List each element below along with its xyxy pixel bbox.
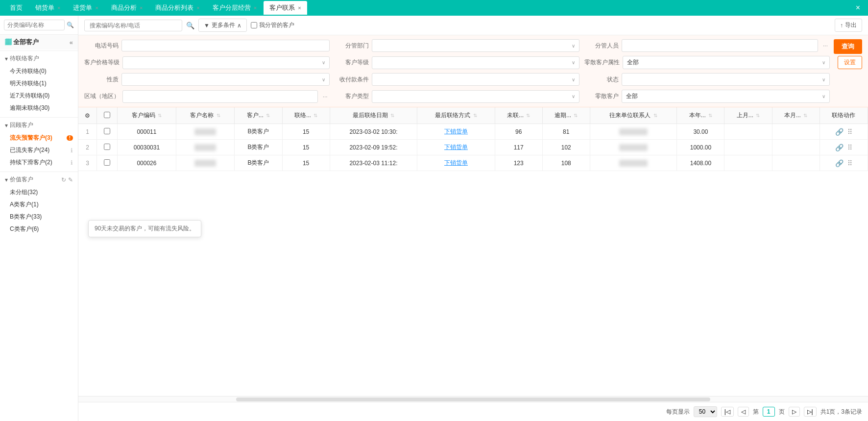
customer-type-select[interactable]: ∨	[372, 90, 580, 103]
tab-sales[interactable]: 销货单 ×	[29, 1, 66, 15]
sidebar-item-ungroup[interactable]: 未分组(32)	[0, 186, 78, 198]
settings-button[interactable]: 设置	[838, 56, 862, 69]
per-page-select[interactable]: 50	[694, 406, 717, 417]
lost-section-label[interactable]: ▾ 回顾客户	[0, 119, 78, 132]
col-uncontacted[interactable]: 未联... ⇅	[495, 107, 542, 124]
col-contact[interactable]: 联络... ⇅	[282, 107, 330, 124]
manager-select[interactable]	[622, 39, 818, 52]
tab-customer-tier[interactable]: 客户分层经营 ×	[207, 1, 263, 15]
nature-select[interactable]: ∨	[121, 73, 330, 86]
tab-analysis-close[interactable]: ×	[140, 5, 143, 11]
filter-search-input[interactable]	[84, 20, 182, 31]
sort-contacts-icon[interactable]: ⇅	[653, 113, 657, 118]
col-overdue[interactable]: 逾期... ⇅	[542, 107, 590, 124]
sort-last-month-icon[interactable]: ⇅	[756, 113, 760, 118]
sidebar-search-input[interactable]	[4, 20, 65, 30]
row1-checkbox[interactable]	[104, 128, 110, 134]
close-all-button[interactable]: ×	[852, 1, 864, 14]
sort-this-year-icon[interactable]: ⇅	[708, 113, 712, 118]
tab-analysis-list[interactable]: 商品分析列表 ×	[149, 1, 205, 15]
tab-analysis-list-close[interactable]: ×	[196, 5, 199, 11]
sort-uncontacted-icon[interactable]: ⇅	[526, 113, 530, 118]
col-last-month[interactable]: 上月... ⇅	[724, 107, 772, 124]
query-button[interactable]: 查询	[834, 39, 862, 54]
row3-action-link-icon[interactable]: 🔗	[835, 159, 844, 167]
export-button[interactable]: ↑ 导出	[835, 19, 862, 32]
tab-customer-contact-close[interactable]: ×	[298, 5, 301, 11]
sort-contact-icon[interactable]: ⇅	[313, 113, 317, 118]
more-conditions-button[interactable]: ▼ 更多条件 ∧	[198, 19, 247, 32]
col-code[interactable]: 客户编码 ⇅	[118, 107, 176, 124]
sort-this-month-icon[interactable]: ⇅	[803, 113, 807, 118]
region-select[interactable]	[122, 90, 318, 103]
scrollbar[interactable]	[78, 396, 868, 402]
pending-section-label[interactable]: ▾ 待联络客户	[0, 52, 78, 65]
row2-last-method[interactable]: 下销货单	[417, 140, 495, 155]
prev-page-button[interactable]: ◁	[738, 407, 749, 417]
sort-name-icon[interactable]: ⇅	[217, 113, 220, 118]
next-page-button[interactable]: ▷	[789, 407, 800, 417]
my-customers-checkbox-row[interactable]: 我分管的客户	[251, 21, 294, 29]
sort-level-icon[interactable]: ⇅	[266, 113, 270, 118]
sidebar-item-today[interactable]: 今天待联络(0)	[0, 65, 78, 77]
value-refresh-icon[interactable]: ↻	[61, 176, 66, 183]
sidebar-item-churn-warning[interactable]: 流失预警客户(3) !	[0, 132, 78, 144]
col-last-method[interactable]: 最后联络方式 ⇅	[417, 107, 495, 124]
row3-action-more-icon[interactable]: ⠿	[847, 159, 852, 167]
sidebar-item-c-class[interactable]: C类客户(6)	[0, 223, 78, 235]
last-page-button[interactable]: ▷|	[804, 407, 817, 417]
department-select[interactable]: ∨	[372, 39, 580, 52]
sort-code-icon[interactable]: ⇅	[158, 113, 162, 118]
phone-input[interactable]	[121, 40, 330, 51]
tab-purchase-close[interactable]: ×	[95, 5, 98, 11]
sort-last-date-icon[interactable]: ⇅	[390, 113, 394, 118]
search-button[interactable]: 🔍	[186, 22, 194, 29]
sidebar-item-b-class[interactable]: B类客户(33)	[0, 211, 78, 223]
manager-more-icon[interactable]: ···	[821, 42, 830, 49]
sort-last-method-icon[interactable]: ⇅	[473, 113, 477, 118]
col-name[interactable]: 客户名称 ⇅	[176, 107, 235, 124]
sidebar-item-declining[interactable]: 持续下滑客户(2) ℹ	[0, 156, 78, 169]
col-level[interactable]: 客户... ⇅	[235, 107, 282, 124]
my-customers-checkbox[interactable]	[251, 22, 257, 28]
tab-analysis[interactable]: 商品分析 ×	[105, 1, 148, 15]
first-page-button[interactable]: |◁	[721, 407, 734, 417]
row2-action-more-icon[interactable]: ⠿	[847, 144, 852, 151]
row1-action-more-icon[interactable]: ⠿	[847, 128, 852, 136]
select-all-checkbox[interactable]	[104, 112, 110, 118]
row1-action-link-icon[interactable]: 🔗	[835, 128, 844, 136]
col-settings[interactable]: ⚙	[78, 107, 97, 124]
col-this-month[interactable]: 本月... ⇅	[772, 107, 820, 124]
value-section-label[interactable]: ▾ 价值客户 ↻ ✎	[0, 173, 78, 186]
sidebar-item-overdue[interactable]: 逾期未联络(30)	[0, 102, 78, 114]
tab-sales-close[interactable]: ×	[57, 5, 60, 11]
status-select[interactable]: ∨	[622, 73, 830, 86]
level-select[interactable]: ∨	[372, 56, 580, 69]
sidebar-collapse-icon[interactable]: «	[70, 39, 73, 46]
col-last-date[interactable]: 最后联络日期 ⇅	[330, 107, 417, 124]
sort-overdue-icon[interactable]: ⇅	[574, 113, 578, 118]
tab-home[interactable]: 首页	[4, 1, 28, 15]
row3-last-method[interactable]: 下销货单	[417, 155, 495, 171]
value-edit-icon[interactable]: ✎	[68, 176, 73, 183]
sidebar-item-tomorrow[interactable]: 明天待联络(1)	[0, 77, 78, 90]
tab-customer-tier-close[interactable]: ×	[254, 5, 257, 11]
all-customers-header[interactable]: ▦ 全部客户 «	[0, 35, 78, 50]
col-contacts[interactable]: 往来单位联系人 ⇅	[590, 107, 677, 124]
region-more-icon[interactable]: ···	[321, 93, 330, 100]
sidebar-item-7days[interactable]: 近7天待联络(0)	[0, 90, 78, 102]
sidebar-search-icon[interactable]: 🔍	[67, 22, 74, 28]
row1-last-method[interactable]: 下销货单	[417, 124, 495, 140]
row2-action-link-icon[interactable]: 🔗	[835, 144, 844, 151]
col-this-year[interactable]: 本年... ⇅	[677, 107, 724, 124]
tab-customer-contact[interactable]: 客户联系 ×	[264, 1, 307, 15]
tab-purchase[interactable]: 进货单 ×	[67, 1, 104, 15]
row3-checkbox[interactable]	[104, 159, 110, 166]
sidebar-item-a-class[interactable]: A类客户(1)	[0, 198, 78, 211]
sidebar-item-churned[interactable]: 已流失客户(24) ℹ	[0, 144, 78, 156]
zero-attr-select[interactable]: 全部 ∨	[623, 56, 830, 69]
row2-checkbox[interactable]	[104, 144, 110, 150]
payment-select[interactable]: ∨	[372, 73, 580, 86]
zero-customer-select[interactable]: 全部 ∨	[622, 90, 830, 103]
pricelevel-select[interactable]: ∨	[122, 56, 330, 69]
